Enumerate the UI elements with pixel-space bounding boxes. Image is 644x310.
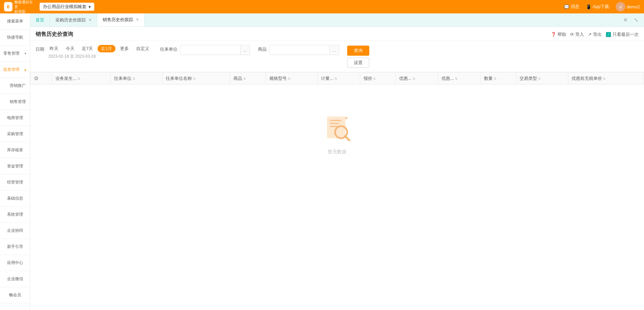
date-options: 昨天 今天 近7天 近1月 更多 自定义 2023-02-18 至 2023-0…: [47, 45, 152, 59]
col-discount2[interactable]: 优惠...: [438, 72, 480, 85]
partner-label: 往来单位: [160, 46, 177, 52]
sidebar-item-new-guide[interactable]: 新手引导: [0, 239, 30, 255]
sidebar-item-marketing[interactable]: 营销推广: [0, 78, 30, 94]
chevron-down-icon: ▾: [24, 51, 26, 56]
logo-text: 畅捷通好生意 标准版: [14, 0, 34, 14]
data-table: ⚙ 业务发生... 往来单位 往来单位名称 商品 规格型号 计量... 报价 优…: [30, 72, 644, 85]
page-title: 销售历史价查询: [36, 31, 73, 38]
col-partner-code[interactable]: 往来单位: [110, 72, 162, 85]
tab-sales-history[interactable]: 销售历史价跟踪 ✕: [97, 13, 145, 27]
sidebar-item-operations-mgmt[interactable]: 经营管理: [0, 174, 30, 191]
svg-text:✦: ✦: [344, 115, 348, 121]
col-unit[interactable]: 计量...: [318, 72, 360, 85]
message-icon: 💬: [564, 4, 569, 9]
col-biz-date[interactable]: 业务发生...: [52, 72, 110, 85]
sidebar-item-app-center[interactable]: 应用中心: [0, 255, 30, 271]
export-button[interactable]: ↗ 导出: [588, 32, 602, 38]
col-pre-tax-price[interactable]: 优惠前无税单价: [568, 72, 644, 85]
col-discount1[interactable]: 优惠...: [396, 72, 438, 85]
download-icon: 📱: [586, 4, 591, 9]
svg-line-5: [345, 136, 349, 140]
chevron-up-icon: ▴: [24, 67, 26, 72]
close-window-icon[interactable]: ✕: [621, 16, 629, 24]
only-last-checkbox[interactable]: ✓ 只看最后一次: [606, 32, 639, 38]
sidebar-item-retail-mgmt[interactable]: 零售管理 ▾: [0, 46, 30, 62]
data-table-container: ⚙ 业务发生... 往来单位 往来单位名称 商品 规格型号 计量... 报价 优…: [30, 72, 644, 85]
sidebar-item-quick-nav[interactable]: 快捷导航: [0, 30, 30, 46]
col-product[interactable]: 商品: [230, 72, 266, 85]
svg-rect-1: [330, 120, 341, 121]
sidebar-item-purchase-mgmt[interactable]: 采购管理: [0, 126, 30, 142]
page-header: 销售历史价查询 ❓ 帮助 ⟳ 导入 ↗ 导出: [30, 27, 644, 41]
sidebar-item-system-mgmt[interactable]: 系统管理: [0, 207, 30, 223]
maximize-icon[interactable]: ⤡: [632, 16, 640, 24]
date-btn-7days[interactable]: 近7天: [79, 45, 96, 52]
date-btn-yesterday[interactable]: 昨天: [47, 45, 61, 52]
chevron-down-icon: ▾: [89, 4, 91, 9]
col-tx-type[interactable]: 交易类型: [516, 72, 568, 85]
empty-illustration: ✦: [320, 111, 354, 145]
sidebar-item-search-menu[interactable]: 搜索菜单: [0, 13, 30, 30]
import-button[interactable]: ⟳ 导入: [570, 32, 584, 38]
date-label: 日期: [36, 46, 44, 52]
date-btn-1month[interactable]: 近1月: [98, 45, 115, 52]
import-icon: ⟳: [570, 32, 574, 37]
product-picker-button[interactable]: ...: [330, 45, 339, 55]
col-quantity[interactable]: 数量: [480, 72, 516, 85]
tab-bar: 首页 采购历史价跟踪 ✕ 销售历史价跟踪 ✕ ✕ ⤡: [30, 13, 644, 27]
empty-state: ✦ 暂无数据: [30, 85, 644, 182]
message-button[interactable]: 💬 消息: [564, 4, 579, 10]
sidebar-item-enterprise-collab[interactable]: 企业协同: [0, 223, 30, 239]
sidebar-item-basic-info[interactable]: 基础信息: [0, 191, 30, 207]
sidebar-item-membership[interactable]: 畅会员: [0, 287, 30, 303]
page-header-actions: ❓ 帮助 ⟳ 导入 ↗ 导出 ✓ 只看最后一次: [551, 32, 639, 38]
col-price[interactable]: 报价: [360, 72, 395, 85]
tab-close-purchase-history[interactable]: ✕: [89, 18, 92, 22]
sidebar-item-ecommerce-mgmt[interactable]: 电商管理: [0, 110, 30, 126]
sidebar-item-inventory[interactable]: 库存核算: [0, 142, 30, 158]
tab-home[interactable]: 首页: [30, 13, 50, 27]
date-filter-group: 日期 昨天 今天 近7天 近1月 更多 自定义 2023-02-18 至 202…: [36, 45, 152, 59]
sidebar-item-wholesale-mgmt[interactable]: 批发管理 ▴: [0, 62, 30, 78]
tab-close-sales-history[interactable]: ✕: [136, 18, 139, 21]
svg-rect-2: [330, 123, 339, 124]
checkbox-icon: ✓: [606, 32, 611, 37]
partner-input[interactable]: [180, 45, 240, 55]
export-icon: ↗: [588, 32, 592, 37]
query-button[interactable]: 查询: [347, 46, 369, 56]
date-range-display: 2023-02-18 至 2023-03-18: [48, 54, 152, 59]
col-partner-name[interactable]: 往来单位名称: [162, 72, 230, 85]
help-button[interactable]: ❓ 帮助: [551, 32, 566, 38]
col-settings[interactable]: ⚙: [31, 72, 52, 85]
date-btn-today[interactable]: 今天: [63, 45, 77, 52]
product-label: 商品: [258, 46, 267, 52]
sidebar: 搜索菜单 快捷导航 零售管理 ▾ 批发管理 ▴ 营销推广 销售管理 电商管理: [0, 13, 30, 310]
sidebar-item-sales-mgmt[interactable]: 销售管理: [0, 94, 30, 110]
company-selector[interactable]: 办公用品行业模拟账套 ▾: [40, 3, 94, 11]
gear-icon: ⚙: [34, 75, 39, 81]
sidebar-item-finance-mgmt[interactable]: 资金管理: [0, 158, 30, 174]
tab-purchase-history[interactable]: 采购历史价跟踪 ✕: [50, 13, 97, 27]
date-btn-custom[interactable]: 自定义: [133, 45, 152, 52]
date-btn-more[interactable]: 更多: [117, 45, 131, 52]
col-spec[interactable]: 规格型号: [266, 72, 317, 85]
avatar: d: [616, 2, 625, 11]
app-logo: 6 畅捷通好生意 标准版: [4, 0, 34, 14]
product-filter-group: 商品 ...: [258, 45, 339, 55]
app-download-button[interactable]: 📱 App下载: [586, 4, 609, 10]
help-icon: ❓: [551, 32, 556, 37]
partner-filter-group: 往来单位 ...: [160, 45, 250, 55]
logo-icon: 6: [4, 2, 12, 11]
settings-button[interactable]: 设置: [347, 58, 369, 68]
sidebar-item-enterprise-wechat[interactable]: 企业微信: [0, 271, 30, 287]
user-menu[interactable]: d demo2: [616, 2, 640, 11]
filter-bar: 日期 昨天 今天 近7天 近1月 更多 自定义 2023-02-18 至 202…: [30, 41, 644, 72]
partner-picker-button[interactable]: ...: [240, 45, 250, 55]
empty-text: 暂无数据: [328, 149, 346, 155]
product-input[interactable]: [269, 45, 330, 55]
